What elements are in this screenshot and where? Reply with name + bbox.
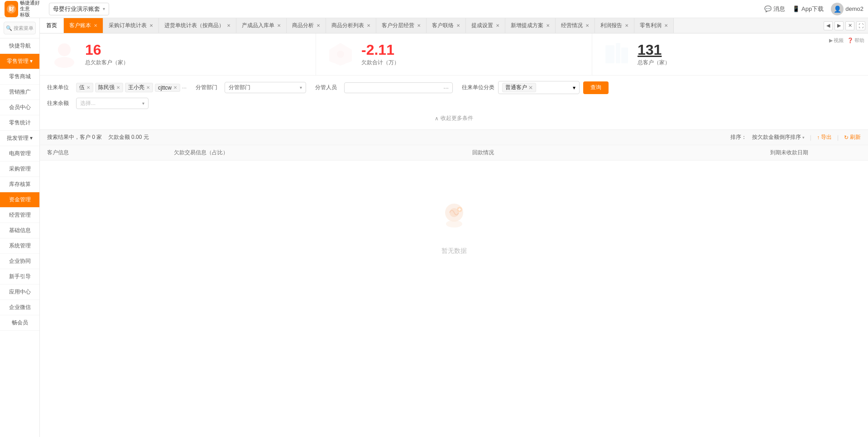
sidebar-item-enterprise-collab[interactable]: 企业协同 [0, 254, 39, 269]
collapse-button[interactable]: ∧ 收起更多条件 [47, 113, 861, 124]
tab-home[interactable]: 首页 [40, 18, 64, 33]
sidebar-item-operations[interactable]: 经营管理 [0, 208, 39, 223]
sidebar-item-system[interactable]: 系统管理 [0, 238, 39, 254]
top-right-actions: 💬 消息 📱 App下载 👤 demo2 [764, 3, 863, 15]
query-button[interactable]: 查询 [583, 81, 609, 94]
unit-type-select[interactable]: 普通客户 ✕ ▾ [498, 81, 580, 94]
sidebar-item-app-center[interactable]: 应用中心 [0, 285, 39, 300]
refresh-icon: ↻ [844, 134, 849, 141]
sidebar-item-vip[interactable]: 畅会员 [0, 315, 39, 331]
empty-icon [436, 197, 472, 240]
dept-select[interactable]: 分管部门 ▾ [225, 82, 306, 93]
tab-customer-contact[interactable]: 客户联络 ✕ [427, 18, 466, 33]
total-label: 总客户（家） [638, 59, 670, 66]
summary-customers-main: 16 总欠款客户（家） [85, 43, 129, 66]
sidebar-item-finance[interactable]: 资金管理 [0, 192, 39, 208]
tab-product-analysis[interactable]: 商品分析 ✕ [287, 18, 326, 33]
search-menu-button[interactable]: 🔍 搜索菜单 [4, 22, 36, 34]
sidebar-item-purchase[interactable]: 采购管理 [0, 162, 39, 177]
close-tab-purchase[interactable]: ✕ [149, 23, 153, 28]
sidebar-search-area: 🔍 搜索菜单 [0, 18, 39, 38]
sidebar-item-ecommerce[interactable]: 电商管理 [0, 146, 39, 162]
results-text: 搜索结果中，客户 0 家 欠款金额 0.00 元 [47, 133, 149, 141]
col-header-customer: 客户信息 [47, 149, 174, 157]
close-tab-retail-profit[interactable]: ✕ [664, 23, 668, 28]
sidebar-item-wholesale[interactable]: 批发管理 ▾ [0, 131, 39, 146]
tab-scroll-left[interactable]: ◀ [824, 21, 833, 30]
filter-section: 往来单位 伍 ✕ 陈民强 ✕ 王小亮 ✕ [40, 76, 868, 130]
user-name-label: demo2 [845, 5, 863, 12]
tab-expand[interactable]: ⛶ [856, 21, 865, 30]
help-button[interactable]: ❓ 帮助 [847, 37, 864, 44]
tab-scroll-right[interactable]: ▶ [834, 21, 844, 30]
user-avatar[interactable]: 👤 demo2 [831, 3, 863, 15]
close-tab-customer-ledger[interactable]: ✕ [94, 23, 97, 28]
org-selector[interactable]: 母婴行业演示账套 ▾ [49, 3, 109, 15]
top-bar: 财 畅捷通好生意 标版 母婴行业演示账套 ▾ 💬 消息 📱 App下载 👤 de… [0, 0, 868, 18]
sidebar-item-retail-mall[interactable]: 零售商城 [0, 69, 39, 85]
remove-type-icon[interactable]: ✕ [528, 85, 533, 91]
close-tab-product-analysis[interactable]: ✕ [317, 23, 320, 28]
dept-filter-label: 分管部门 [196, 84, 221, 91]
sidebar-item-quick-nav[interactable]: 快捷导航 [0, 38, 39, 54]
org-name: 母婴行业演示账套 [53, 5, 100, 13]
sidebar-item-basics[interactable]: 基础信息 [0, 223, 39, 238]
filter-tag-wu: 伍 ✕ [76, 83, 93, 92]
sort-arrow-icon: ▾ [802, 135, 805, 140]
type-dropdown-arrow: ▾ [573, 85, 575, 91]
svg-text:财: 财 [8, 6, 14, 12]
close-tab-customer-tier[interactable]: ✕ [417, 23, 421, 28]
filter-tag-wang: 王小亮 ✕ [125, 83, 153, 92]
remove-tag-cjttcw[interactable]: ✕ [173, 85, 177, 90]
remove-tag-wu[interactable]: ✕ [86, 85, 90, 90]
close-tab-inbound[interactable]: ✕ [277, 23, 281, 28]
remove-tag-chen[interactable]: ✕ [116, 85, 120, 90]
close-tab-purchase-stats[interactable]: ✕ [227, 23, 230, 28]
sidebar-item-retail-mgmt[interactable]: 零售管理 ▾ [0, 54, 39, 69]
person-input[interactable]: ··· [344, 82, 453, 93]
tab-customer-ledger[interactable]: 客户账本 ✕ [64, 18, 103, 33]
tab-customer-tier[interactable]: 客户分层经营 ✕ [376, 18, 427, 33]
balance-select[interactable]: 选择... ▾ [76, 98, 149, 109]
tab-retail-profit[interactable]: 零售利润 ✕ [634, 18, 674, 33]
empty-state: 暂无数据 [40, 161, 868, 291]
close-tab-profit-report[interactable]: ✕ [625, 23, 628, 28]
tab-operations[interactable]: 经营情况 ✕ [556, 18, 595, 33]
sidebar-item-wechat[interactable]: 企业微信 [0, 300, 39, 315]
sidebar-item-retail-stats[interactable]: 零售统计 [0, 115, 39, 131]
app-download-button[interactable]: 📱 App下载 [792, 5, 824, 13]
sort-label: 排序： [730, 133, 747, 141]
unit-type-label: 往来单位分类 [462, 84, 494, 91]
tab-purchase-order-stats[interactable]: 采购订单统计表 ✕ [103, 18, 159, 33]
selected-type-tag: 普通客户 ✕ [502, 83, 536, 92]
debt-number: -2.11 [361, 43, 399, 57]
close-tab-product-analysis-list[interactable]: ✕ [367, 23, 370, 28]
tab-product-analysis-list[interactable]: 商品分析列表 ✕ [326, 18, 376, 33]
remove-tag-wang[interactable]: ✕ [146, 85, 150, 90]
sidebar-item-inventory[interactable]: 库存核算 [0, 177, 39, 192]
close-tab-new-commission[interactable]: ✕ [546, 23, 550, 28]
summary-total-main: 131 总客户（家） [638, 43, 670, 66]
video-help-button[interactable]: ▶ 视频 [829, 37, 844, 44]
close-tab-operations[interactable]: ✕ [585, 23, 589, 28]
sidebar-item-newbie[interactable]: 新手引导 [0, 269, 39, 285]
sidebar-item-member-center[interactable]: 会员中心 [0, 100, 39, 115]
tab-product-inbound[interactable]: 产成品入库单 ✕ [236, 18, 287, 33]
tab-new-commission[interactable]: 新增提成方案 ✕ [505, 18, 556, 33]
refresh-button[interactable]: ↻ 刷新 [844, 133, 861, 141]
sidebar-item-marketing[interactable]: 营销推广 [0, 85, 39, 100]
close-tab-customer-contact[interactable]: ✕ [456, 23, 460, 28]
tab-close-all[interactable]: ✕ [845, 21, 854, 30]
tab-commission-settings[interactable]: 提成设置 ✕ [466, 18, 505, 33]
svg-point-4 [337, 51, 344, 58]
export-button[interactable]: ↑ 导出 [817, 133, 832, 141]
sort-by-debt[interactable]: 按欠款金额倒序排序 ▾ [752, 133, 805, 141]
tab-purchase-stats-by-product[interactable]: 进货单统计表（按商品） ✕ [159, 18, 236, 33]
more-tags-indicator[interactable]: ··· [182, 85, 187, 91]
close-tab-commission-settings[interactable]: ✕ [496, 23, 499, 28]
message-button[interactable]: 💬 消息 [764, 5, 785, 13]
unit-filter-label: 往来单位 [47, 84, 72, 91]
avatar: 👤 [831, 3, 844, 15]
tab-profit-report[interactable]: 利润报告 ✕ [595, 18, 634, 33]
person-more-icon[interactable]: ··· [443, 84, 449, 91]
